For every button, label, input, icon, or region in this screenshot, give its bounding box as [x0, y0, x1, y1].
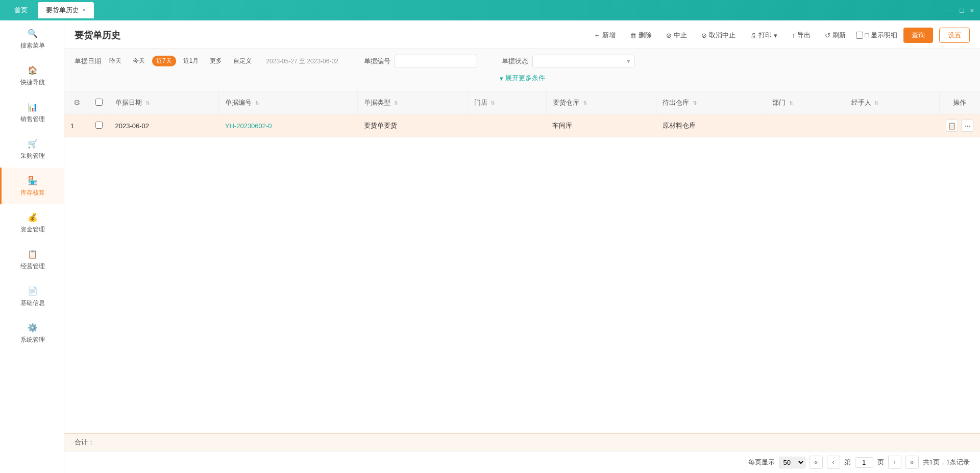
search-menu-icon: 🔍 [27, 28, 38, 39]
page-label: 第 [844, 458, 851, 467]
delete-button[interactable]: 🗑 删除 [626, 28, 656, 42]
refresh-button[interactable]: ↺ 刷新 [821, 28, 850, 42]
col-handler-sort-icon[interactable]: ⇅ [874, 100, 878, 106]
print-dropdown-icon: ▾ [774, 32, 777, 39]
row-handler [845, 114, 939, 137]
query-button[interactable]: 查询 [903, 28, 933, 43]
page-header: 要货单历史 ＋ 新增 🗑 删除 ⊘ 中止 ⊘ 取消中止 [64, 20, 980, 49]
row-doc-number-link[interactable]: YH-20230602-0 [225, 122, 272, 130]
next-page-button[interactable]: › [888, 456, 901, 469]
date-btn-more[interactable]: 更多 [206, 56, 226, 66]
col-doc-date-sort-icon[interactable]: ⇅ [145, 100, 150, 106]
sidebar-item-quick-nav[interactable]: 🏠 快捷导航 [0, 57, 64, 94]
display-detail-label: □ 显示明细 [865, 31, 897, 40]
date-btn-last1month[interactable]: 近1月 [179, 56, 203, 66]
col-pending-warehouse-sort-icon[interactable]: ⇅ [693, 100, 697, 106]
footer-bar: 合计： [64, 433, 980, 451]
display-detail-checkbox[interactable]: □ 显示明细 [856, 31, 897, 40]
sidebar-item-quick-nav-label: 快捷导航 [20, 78, 45, 87]
sidebar-item-basic-info-label: 基础信息 [20, 299, 45, 308]
first-page-button[interactable]: « [810, 456, 823, 469]
settings-button[interactable]: 设置 [939, 28, 970, 43]
cancel-stop-label: 取消中止 [709, 31, 736, 40]
date-btn-yesterday[interactable]: 昨天 [105, 56, 126, 66]
col-settings: ⚙ [64, 91, 89, 114]
tab-requisition-close-icon[interactable]: × [82, 7, 86, 14]
filter-area: 单据日期 昨天 今天 近7天 近1月 更多 自定义 2023-05-27 至 2… [64, 49, 980, 91]
row-index: 1 [64, 114, 89, 137]
pagination-bar: 每页显示 50 10 20 100 « ‹ 第 页 › » 共1页，1条记录 [64, 451, 980, 473]
col-doc-type: 单据类型 ⇅ [358, 91, 468, 114]
top-bar-tabs: 首页 要货单历史 × [6, 2, 947, 18]
col-req-warehouse-sort-icon[interactable]: ⇅ [583, 100, 587, 106]
doc-status-select[interactable] [532, 55, 634, 67]
col-store-label: 门店 [474, 99, 487, 106]
col-settings-icon[interactable]: ⚙ [70, 97, 83, 109]
per-page-select[interactable]: 50 10 20 100 [779, 457, 805, 468]
cancel-stop-button[interactable]: ⊘ 取消中止 [697, 28, 740, 42]
delete-icon: 🗑 [630, 32, 636, 39]
col-doc-number-sort-icon[interactable]: ⇅ [255, 100, 259, 106]
row-store [468, 114, 546, 137]
window-minimize-btn[interactable]: — [947, 7, 954, 14]
col-pending-warehouse-label: 待出仓库 [663, 99, 689, 106]
tab-home[interactable]: 首页 [6, 2, 36, 18]
page-title: 要货单历史 [75, 29, 120, 41]
sidebar-item-basic-info[interactable]: 📄 基础信息 [0, 278, 64, 315]
sidebar-item-sales-mgmt-label: 销售管理 [20, 115, 45, 124]
new-label: 新增 [602, 31, 616, 40]
col-department-sort-icon[interactable]: ⇅ [789, 100, 793, 106]
doc-status-select-wrapper: ▾ [532, 55, 634, 67]
sidebar-item-inventory-mgmt[interactable]: 🏪 库存核算 [0, 168, 64, 204]
col-doc-type-sort-icon[interactable]: ⇅ [394, 100, 398, 106]
row-more-button[interactable]: ⋯ [961, 120, 973, 132]
doc-number-input[interactable] [395, 55, 476, 67]
sidebar-item-system-mgmt[interactable]: ⚙️ 系统管理 [0, 315, 64, 351]
sidebar-item-sales-mgmt[interactable]: 📊 销售管理 [0, 94, 64, 131]
col-store-sort-icon[interactable]: ⇅ [491, 100, 495, 106]
export-button[interactable]: ↑ 导出 [788, 28, 815, 42]
row-edit-button[interactable]: 📋 [946, 120, 958, 132]
doc-status-label: 单据状态 [502, 57, 528, 66]
sidebar-item-search-menu[interactable]: 🔍 搜索菜单 [0, 20, 64, 57]
sidebar-item-purchase-mgmt[interactable]: 🛒 采购管理 [0, 131, 64, 168]
new-button[interactable]: ＋ 新增 [590, 28, 620, 42]
col-doc-type-label: 单据类型 [364, 99, 390, 106]
date-btn-last7days[interactable]: 近7天 [152, 56, 176, 66]
row-checkbox-cell [89, 114, 109, 137]
sales-mgmt-icon: 📊 [27, 101, 38, 112]
ops-mgmt-icon: 📋 [27, 248, 38, 259]
window-close-btn[interactable]: × [970, 7, 974, 14]
table-row: 1 2023-06-02 YH-20230602-0 要货单要货 车间库 原材料… [64, 114, 980, 137]
row-checkbox[interactable] [95, 122, 103, 129]
content-area: 要货单历史 ＋ 新增 🗑 删除 ⊘ 中止 ⊘ 取消中止 [64, 20, 980, 473]
window-maximize-btn[interactable]: □ [960, 7, 964, 14]
col-req-warehouse: 要货仓库 ⇅ [546, 91, 656, 114]
print-button[interactable]: 🖨 打印 ▾ [746, 28, 781, 42]
display-detail-input[interactable] [856, 32, 863, 39]
tab-requisition-history[interactable]: 要货单历史 × [38, 2, 94, 18]
more-icon: ⋯ [964, 122, 971, 130]
export-icon: ↑ [792, 32, 795, 39]
prev-page-button[interactable]: ‹ [827, 456, 840, 469]
select-all-checkbox[interactable] [95, 99, 103, 106]
sidebar-item-finance-mgmt[interactable]: 💰 资金管理 [0, 204, 64, 241]
page-number-input[interactable] [855, 457, 873, 468]
date-range-text: 2023-05-27 至 2023-06-02 [266, 57, 338, 66]
col-department-label: 部门 [772, 99, 786, 106]
per-page-label: 每页显示 [748, 458, 775, 467]
col-req-warehouse-label: 要货仓库 [553, 99, 579, 106]
col-handler-label: 经手人 [851, 99, 871, 106]
date-filter-buttons: 昨天 今天 近7天 近1月 更多 自定义 [105, 56, 256, 66]
date-btn-custom[interactable]: 自定义 [229, 56, 256, 66]
stop-button[interactable]: ⊘ 中止 [662, 28, 691, 42]
print-label: 打印 [758, 31, 772, 40]
last-page-button[interactable]: » [905, 456, 919, 469]
col-doc-number-label: 单据编号 [225, 99, 252, 106]
doc-date-filter: 单据日期 昨天 今天 近7天 近1月 更多 自定义 [75, 56, 256, 66]
date-btn-today[interactable]: 今天 [129, 56, 149, 66]
expand-more-button[interactable]: ▾ 展开更多条件 [496, 72, 549, 85]
col-doc-number: 单据编号 ⇅ [219, 91, 358, 114]
expand-more-row: ▾ 展开更多条件 [75, 72, 970, 85]
sidebar-item-ops-mgmt[interactable]: 📋 经营管理 [0, 241, 64, 278]
